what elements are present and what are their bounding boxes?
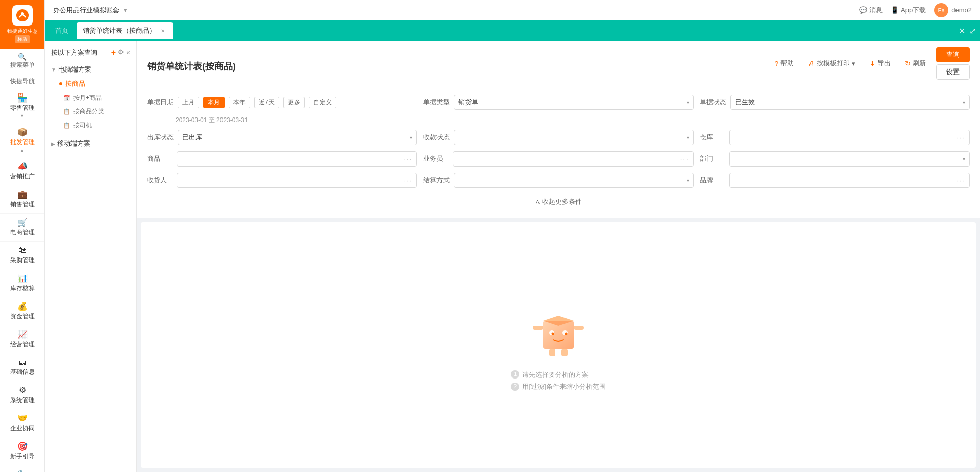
close-all-icon[interactable]: ✕ — [959, 26, 965, 36]
refresh-btn[interactable]: ↻ 刷新 — [901, 57, 930, 70]
date-filter: 上月 本月 本年 近7天 更多 自定义 — [178, 97, 417, 108]
doc-type-chevron: ▾ — [687, 100, 689, 105]
sidebar-item-sales[interactable]: 💼 销售管理 — [0, 185, 44, 214]
scheme-group-mobile: ▶ 移动端方案 — [45, 134, 136, 153]
empty-state: 1 请先选择要分析的方案 2 用[过滤]条件来缩小分析范围 — [141, 222, 976, 468]
settlement-chevron: ▾ — [687, 178, 689, 183]
sidebar-item-newbie[interactable]: 🎯 新手引导 — [0, 437, 44, 465]
doc-status-input[interactable]: 已生效 ▾ — [730, 95, 970, 110]
scheme-group-pc-header[interactable]: ▼ 电脑端方案 — [45, 62, 136, 77]
brand-dots: ··· — [957, 177, 965, 184]
active-dot — [59, 82, 62, 85]
sidebar-item-purchase[interactable]: 🛍 采购管理 — [0, 242, 44, 269]
appstore-icon: 🔧 — [17, 469, 28, 472]
app-download-btn[interactable]: 📱 App下载 — [891, 6, 926, 15]
settlement-label: 结算方式 — [423, 176, 450, 185]
filter-row-1: 单据日期 上月 本月 本年 近7天 更多 自定义 单据类型 — [147, 95, 970, 110]
consignee-input[interactable]: ··· — [177, 173, 417, 188]
sidebar-item-inventory[interactable]: 📊 库存核算 — [0, 269, 44, 297]
finance-icon: 💰 — [17, 301, 28, 311]
collapse-scheme-btn[interactable]: « — [126, 48, 130, 57]
scheme-item-by-cashier[interactable]: 📋 按司机 — [45, 119, 136, 132]
quick-nav[interactable]: 快捷导航 — [0, 74, 44, 89]
out-status-input[interactable]: 已出库 ▾ — [178, 130, 417, 145]
warehouse-input[interactable]: ··· — [729, 130, 970, 145]
sidebar-item-ecom[interactable]: 🛒 电商管理 — [0, 214, 44, 242]
sidebar-item-basic[interactable]: 🗂 基础信息 — [0, 353, 44, 381]
sidebar: 畅捷通好生意 标版 🔍 搜索菜单 快捷导航 🏪 零售管理 ▼ 📦 批发管理 ▲ … — [0, 0, 45, 472]
print-btn[interactable]: 🖨 按模板打印 ▾ — [804, 57, 860, 70]
date-btn-last-month[interactable]: 上月 — [178, 97, 199, 108]
collect-status-chevron: ▾ — [687, 135, 689, 140]
settings-button[interactable]: 设置 — [936, 64, 970, 80]
filter-row-3: 商品 ··· 业务员 ··· 部门 — [147, 151, 970, 167]
purchase-icon: 🛍 — [18, 246, 27, 255]
date-btn-more[interactable]: 更多 — [283, 97, 305, 108]
header-actions: ? 帮助 🖨 按模板打印 ▾ ⬇ 导出 ↻ 刷新 — [771, 47, 970, 86]
main-area: 办公用品行业模拟账套 ▾ 💬 消息 📱 App下载 Ea demo2 首页 — [45, 0, 980, 472]
sidebar-item-operations[interactable]: 📈 经营管理 — [0, 325, 44, 353]
sidebar-item-system[interactable]: ⚙ 系统管理 — [0, 381, 44, 409]
edit-scheme-btn[interactable]: ⚙ — [118, 48, 124, 57]
department-input[interactable]: ▾ — [729, 151, 970, 167]
doc-status-value: 已生效 — [735, 98, 755, 107]
app-logo: 畅捷通好生意 标版 — [0, 0, 45, 49]
filter-scheme-actions: + ⚙ « — [111, 48, 130, 57]
product-input[interactable]: ··· — [177, 151, 417, 167]
doc-status-label: 单据状态 — [700, 98, 726, 107]
close-tab-icon[interactable]: ✕ — [159, 27, 167, 35]
scheme-item-by-month-product[interactable]: 📅 按月+商品 — [45, 91, 136, 105]
user-info[interactable]: Ea demo2 — [934, 3, 972, 17]
expand-icon[interactable]: ⤢ — [969, 26, 976, 36]
scheme-item-by-category[interactable]: 📋 按商品分类 — [45, 105, 136, 119]
system-icon: ⚙ — [19, 385, 26, 395]
svg-rect-7 — [533, 326, 543, 330]
sidebar-item-retail[interactable]: 🏪 零售管理 ▼ — [0, 89, 44, 123]
department-chevron: ▾ — [963, 156, 965, 162]
date-btn-custom[interactable]: 自定义 — [309, 97, 336, 108]
date-btn-this-year[interactable]: 本年 — [229, 97, 250, 108]
filter-department: 部门 ▾ — [700, 151, 970, 167]
doc-type-input[interactable]: 销货单 ▾ — [454, 95, 693, 110]
retail-icon: 🏪 — [17, 93, 28, 103]
collect-status-input[interactable]: ▾ — [454, 130, 693, 145]
sidebar-item-corp[interactable]: 🤝 企业协同 — [0, 409, 44, 437]
scheme-group-mobile-header[interactable]: ▶ 移动端方案 — [45, 136, 136, 151]
tab-home[interactable]: 首页 — [49, 22, 75, 39]
scheme-item-by-product[interactable]: 按商品 — [45, 77, 136, 91]
tab-sales-stat[interactable]: 销货单统计表（按商品） ✕ — [77, 22, 173, 39]
filter-scheme-header: 按以下方案查询 + ⚙ « — [45, 45, 136, 60]
salesperson-input[interactable]: ··· — [453, 151, 693, 167]
settlement-input[interactable]: ▾ — [454, 173, 693, 188]
warehouse-dots: ··· — [957, 134, 965, 141]
filter-date: 单据日期 上月 本月 本年 近7天 更多 自定义 — [147, 97, 417, 108]
brand-label: 品牌 — [700, 176, 725, 185]
filter-scheme-title: 按以下方案查询 — [51, 48, 97, 57]
cashier-icon: 📋 — [63, 122, 70, 129]
message-btn[interactable]: 💬 消息 — [859, 6, 883, 15]
query-button[interactable]: 查询 — [936, 47, 970, 62]
logo-icon — [12, 5, 33, 26]
add-scheme-btn[interactable]: + — [111, 48, 116, 57]
consignee-dots: ··· — [404, 177, 412, 184]
app-subtitle: 标版 — [15, 35, 30, 43]
help-btn[interactable]: ? 帮助 — [771, 57, 798, 70]
sales-icon: 💼 — [17, 190, 28, 199]
collapse-conditions-btn[interactable]: ∧ 收起更多条件 — [147, 194, 970, 209]
export-btn[interactable]: ⬇ 导出 — [866, 57, 895, 70]
salesperson-dots: ··· — [680, 155, 689, 163]
marketing-icon: 📣 — [17, 161, 28, 171]
sidebar-item-finance[interactable]: 💰 资金管理 — [0, 297, 44, 325]
workspace-dropdown-icon[interactable]: ▾ — [124, 6, 127, 14]
filter-brand: 品牌 ··· — [700, 173, 970, 188]
export-icon: ⬇ — [870, 60, 875, 67]
search-menu[interactable]: 🔍 搜索菜单 — [0, 49, 44, 74]
tip-num-2: 2 — [511, 383, 519, 391]
sidebar-item-marketing[interactable]: 📣 营销推广 — [0, 157, 44, 185]
filter-product: 商品 ··· — [147, 151, 417, 167]
brand-input[interactable]: ··· — [729, 173, 970, 188]
date-btn-this-month[interactable]: 本月 — [203, 97, 225, 108]
sidebar-item-appstore[interactable]: 🔧 应用中心 — [0, 465, 44, 472]
date-btn-last7[interactable]: 近7天 — [254, 97, 279, 108]
sidebar-item-wholesale[interactable]: 📦 批发管理 ▲ — [0, 123, 44, 157]
